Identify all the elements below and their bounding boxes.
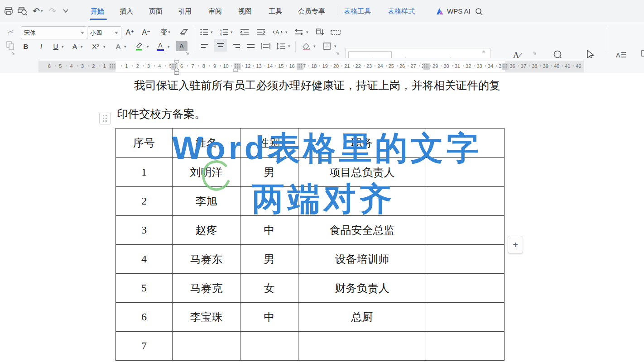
document-canvas[interactable]: 我司保证入驻前所有员工必须办理好健康证，持证上岗，并将相关证件的复 印件交校方备… <box>0 73 644 362</box>
table-cell[interactable] <box>426 303 505 332</box>
chevron-down-icon[interactable]: ▾ <box>81 45 83 49</box>
table-column-marker-icon[interactable] <box>502 63 509 70</box>
font-name-combobox[interactable]: 宋体 <box>21 26 87 39</box>
highlight-button[interactable] <box>132 40 146 52</box>
bullets-button[interactable] <box>198 26 210 38</box>
tab-review[interactable]: 审阅 <box>208 6 222 17</box>
tab-member[interactable]: 会员专享 <box>298 6 325 17</box>
tab-insert[interactable]: 插入 <box>120 6 133 17</box>
sort-button[interactable] <box>313 26 326 38</box>
char-shading-button[interactable]: A <box>176 41 187 51</box>
text-effect-button[interactable]: A <box>112 40 124 52</box>
chevron-down-icon[interactable]: ▾ <box>231 30 233 34</box>
chevron-down-icon[interactable]: ▾ <box>168 45 170 49</box>
increase-indent-button[interactable] <box>255 26 267 38</box>
align-right-button[interactable] <box>230 40 243 52</box>
redo-button[interactable]: ↷ <box>49 5 56 16</box>
table-cell[interactable] <box>426 216 505 245</box>
table-cell[interactable]: 7 <box>116 332 173 361</box>
table-column-marker-icon[interactable] <box>109 63 116 70</box>
char-scale-button[interactable]: A <box>271 26 284 38</box>
left-indent-marker[interactable] <box>173 67 180 75</box>
superscript-button[interactable]: X² <box>89 40 102 52</box>
line-spacing-button[interactable] <box>274 40 287 52</box>
table-cell[interactable]: 5 <box>116 274 173 303</box>
wps-ai-logo-icon[interactable] <box>436 6 445 17</box>
first-line-indent-marker[interactable] <box>173 60 180 64</box>
chevron-down-icon[interactable]: ▾ <box>103 45 106 49</box>
tab-page[interactable]: 页面 <box>149 6 163 17</box>
paste-button[interactable] <box>4 40 17 52</box>
table-cell[interactable]: 中 <box>240 303 298 332</box>
table-cell[interactable]: 中 <box>240 216 298 245</box>
table-move-handle-icon[interactable] <box>99 113 111 124</box>
table-header-cell[interactable]: 序号 <box>116 129 173 158</box>
table-cell[interactable]: 赵疼 <box>173 216 240 245</box>
underline-button[interactable]: U <box>50 40 62 52</box>
table-cell[interactable]: 6 <box>116 303 173 332</box>
tab-table-style[interactable]: 表格样式 <box>388 6 415 17</box>
table-cell[interactable]: 总厨 <box>298 303 426 332</box>
search-button[interactable] <box>475 6 484 17</box>
increase-font-button[interactable]: A⁺ <box>123 26 137 38</box>
table-cell[interactable]: 食品安全总监 <box>298 216 426 245</box>
styles-dialog-launcher-icon[interactable] <box>533 51 537 56</box>
horizontal-ruler[interactable]: 6543211234567891011121314151617181920212… <box>0 58 644 73</box>
table-cell[interactable] <box>426 332 505 361</box>
chevron-down-icon[interactable]: ▾ <box>288 44 290 48</box>
chevron-down-icon[interactable]: ▾ <box>334 44 336 48</box>
text-direction-button[interactable] <box>293 26 305 38</box>
chevron-down-icon[interactable]: ▾ <box>285 30 288 34</box>
table-cell[interactable]: 马赛克 <box>173 274 240 303</box>
justify-button[interactable] <box>245 40 257 52</box>
cut-button[interactable]: ✂ <box>4 26 17 38</box>
table-cell[interactable] <box>426 274 505 303</box>
chevron-down-icon[interactable]: ▾ <box>62 45 64 49</box>
decrease-indent-button[interactable] <box>238 26 251 38</box>
paragraph-dialog-launcher-icon[interactable] <box>336 51 340 56</box>
font-size-combobox[interactable]: 小四 <box>87 26 121 39</box>
table-cell[interactable] <box>298 332 426 361</box>
tab-home[interactable]: 开始 <box>91 6 104 17</box>
align-left-button[interactable] <box>198 40 211 52</box>
shading-button[interactable] <box>300 40 312 52</box>
table-cell[interactable]: 财务负责人 <box>298 274 426 303</box>
font-dialog-launcher-icon[interactable] <box>185 51 190 56</box>
table-cell[interactable]: 4 <box>116 245 173 274</box>
table-cell[interactable]: 2 <box>116 187 173 216</box>
table-cell[interactable]: 马赛东 <box>173 245 240 274</box>
chevron-down-icon[interactable]: ▾ <box>306 30 308 34</box>
print-preview-button[interactable] <box>17 5 28 16</box>
paragraph-line[interactable]: 我司保证入驻前所有员工必须办理好健康证，持证上岗，并将相关证件的复 <box>115 78 500 93</box>
table-column-marker-icon[interactable] <box>423 63 430 70</box>
table-cell[interactable] <box>426 245 505 274</box>
table-cell[interactable]: 3 <box>116 216 173 245</box>
numbering-button[interactable]: 123 <box>218 26 230 38</box>
table-cell[interactable]: 1 <box>116 158 173 187</box>
chevron-down-icon[interactable]: ▾ <box>147 45 149 49</box>
chevron-down-icon[interactable]: ▾ <box>313 44 316 48</box>
chevron-down-icon[interactable]: ▾ <box>211 30 213 34</box>
wps-ai-label[interactable]: WPS AI <box>447 6 471 17</box>
print-button[interactable] <box>4 5 14 16</box>
font-color-button[interactable]: A <box>154 40 167 52</box>
strikethrough-button[interactable]: A <box>69 40 81 52</box>
clipboard-dialog-launcher-icon[interactable] <box>11 51 15 56</box>
table-cell[interactable] <box>426 187 505 216</box>
paragraph-line[interactable]: 印件交校方备案。 <box>117 106 206 121</box>
distribute-button[interactable] <box>259 40 273 52</box>
tab-reference[interactable]: 引用 <box>178 6 192 17</box>
borders-button[interactable] <box>321 40 333 52</box>
right-indent-marker[interactable] <box>232 68 239 72</box>
tab-tools[interactable]: 工具 <box>269 6 282 17</box>
scroll-up-icon[interactable] <box>482 50 485 52</box>
table-cell[interactable]: 李宝珠 <box>173 303 240 332</box>
quick-access-more-button[interactable] <box>62 5 69 16</box>
phonetic-guide-button[interactable]: 变▾ <box>156 26 175 38</box>
undo-button[interactable]: ↶▾ <box>33 5 43 16</box>
bold-button[interactable]: B <box>20 40 32 52</box>
table-column-marker-icon[interactable] <box>297 63 303 70</box>
page-setup-button[interactable] <box>329 26 342 38</box>
table-cell[interactable]: 设备培训师 <box>298 245 426 274</box>
tab-table-tools[interactable]: 表格工具 <box>344 6 371 17</box>
